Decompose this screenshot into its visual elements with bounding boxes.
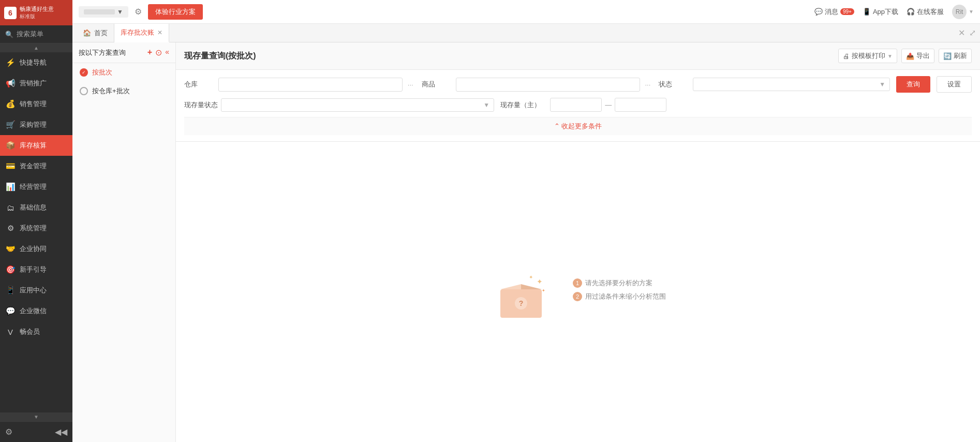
breadcrumb-arrow: ▼: [117, 8, 123, 16]
home-icon: 🏠: [83, 29, 91, 37]
status-filter: 状态 ▼: [659, 78, 890, 91]
sidebar-item-marketing[interactable]: 📢 营销推广: [0, 73, 72, 94]
sidebar-item-label: 企业微信: [20, 306, 47, 316]
tab-batch-stock[interactable]: 库存批次账 ✕: [114, 24, 169, 42]
scheme-by-batch[interactable]: ✓ 按批次: [72, 63, 175, 82]
warehouse-more-icon[interactable]: ···: [406, 81, 415, 89]
stock-status-select[interactable]: ▼: [221, 98, 494, 112]
empty-hint-1: 1 请先选择要分析的方案: [573, 278, 666, 288]
breadcrumb[interactable]: ▼: [79, 6, 128, 18]
tab-batch-stock-label: 库存批次账: [121, 28, 154, 37]
tabbar: 🏠 首页 库存批次账 ✕ ✕ ⤢: [72, 24, 980, 42]
stock-qty-filter: 现存量（主） —: [500, 98, 810, 112]
add-scheme-icon[interactable]: +: [147, 48, 152, 57]
sidebar-item-shortcuts[interactable]: ⚡ 快捷导航: [0, 52, 72, 73]
newbie-icon: 🎯: [5, 265, 16, 274]
page-header: 现存量查询(按批次) 🖨 按模板打印 ▼ 📤 导出 🔄 刷新: [176, 42, 980, 70]
sidebar-nav: ⚡ 快捷导航 📢 营销推广 💰 销售管理 🛒 采购管理 📦 库存核算 💳 资金管…: [0, 52, 72, 412]
tab-close-icon[interactable]: ✕: [157, 29, 162, 36]
sidebar-item-purchase[interactable]: 🛒 采购管理: [0, 114, 72, 135]
customer-service-button[interactable]: 🎧 在线客服: [907, 7, 944, 17]
filter-settings-button[interactable]: 设置: [937, 76, 972, 93]
topbar-settings-icon[interactable]: ⚙: [132, 5, 144, 19]
filter-row-2: 现存量状态 ▼ 现存量（主） —: [184, 98, 972, 112]
refresh-icon: 🔄: [943, 52, 952, 60]
empty-hint-2: 2 用过滤条件来缩小分析范围: [573, 292, 666, 301]
sidebar-item-sales[interactable]: 💰 销售管理: [0, 94, 72, 114]
topbar: ▼ ⚙ 体验行业方案 💬 消息 99+ 📱 App下载 🎧 在线客服 Rit: [72, 0, 980, 24]
user-avatar[interactable]: Rit ▼: [952, 5, 974, 19]
print-template-button[interactable]: 🖨 按模板打印 ▼: [838, 49, 897, 63]
member-icon: V: [5, 328, 16, 336]
sidebar-item-apps[interactable]: 📱 应用中心: [0, 280, 72, 301]
panel-maximize-icon[interactable]: ⤢: [969, 28, 976, 38]
filter-area: 仓库 ··· 商品 ··· 状态 ▼: [176, 70, 980, 142]
stock-status-label: 现存量状态: [184, 100, 218, 110]
collapse-more-conditions[interactable]: ⌃ 收起更多条件: [184, 117, 972, 135]
operations-icon: 📊: [5, 182, 16, 191]
sidebar-item-operations[interactable]: 📊 经营管理: [0, 176, 72, 197]
sidebar-settings-icon[interactable]: ⚙: [5, 427, 12, 437]
warehouse-input[interactable]: [218, 78, 403, 92]
export-button[interactable]: 📤 导出: [901, 49, 934, 63]
sidebar-scroll-up[interactable]: ▲: [0, 43, 72, 52]
sidebar-scroll-down[interactable]: ▼: [0, 412, 72, 421]
tab-home[interactable]: 🏠 首页: [77, 24, 114, 42]
print-icon: 🖨: [843, 52, 850, 60]
warehouse-filter: 仓库 ···: [184, 78, 415, 92]
sidebar-item-label: 销售管理: [20, 99, 47, 109]
refresh-button[interactable]: 🔄 刷新: [939, 49, 972, 63]
search-menu[interactable]: 🔍 搜索菜单: [0, 25, 72, 43]
product-label: 商品: [422, 80, 453, 89]
app-edition: 标准版: [20, 13, 54, 20]
product-more-icon[interactable]: ···: [643, 81, 653, 89]
hint-2-num: 2: [573, 292, 582, 301]
panel-close-icon[interactable]: ✕: [958, 28, 965, 38]
topbar-right: 💬 消息 99+ 📱 App下载 🎧 在线客服 Rit ▼: [814, 5, 974, 19]
empty-illustration: ? ✦ ✦ ✦: [490, 261, 552, 323]
product-input[interactable]: [456, 78, 640, 92]
filter-row-1: 仓库 ··· 商品 ··· 状态 ▼: [184, 76, 972, 93]
message-button[interactable]: 💬 消息 99+: [814, 7, 854, 17]
status-select[interactable]: ▼: [693, 78, 890, 91]
sidebar-item-basic[interactable]: 🗂 基础信息: [0, 197, 72, 218]
basic-icon: 🗂: [5, 203, 16, 212]
sidebar-item-newbie[interactable]: 🎯 新手引导: [0, 259, 72, 280]
sales-icon: 💰: [5, 99, 16, 109]
sidebar-item-collab[interactable]: 🤝 企业协同: [0, 239, 72, 259]
left-panel-actions: + ⊙ «: [147, 48, 169, 57]
breadcrumb-text: [84, 9, 115, 14]
inactive-dot-icon: [80, 87, 88, 95]
collapse-panel-icon[interactable]: «: [165, 48, 169, 57]
sidebar-item-system[interactable]: ⚙ 系统管理: [0, 218, 72, 239]
sidebar-item-inventory[interactable]: 📦 库存核算: [0, 135, 72, 156]
sidebar-item-label: 企业协同: [20, 244, 47, 254]
sidebar-item-finance[interactable]: 💳 资金管理: [0, 156, 72, 176]
collapse-arrow-icon: ⌃: [554, 122, 560, 130]
app-logo: 6: [4, 7, 17, 19]
sidebar-item-wechat[interactable]: 💬 企业微信: [0, 301, 72, 321]
scheme-by-warehouse-batch[interactable]: 按仓库+批次: [72, 82, 175, 100]
sidebar-item-label: 基础信息: [20, 203, 47, 212]
query-button[interactable]: 查询: [896, 76, 930, 93]
trial-button[interactable]: 体验行业方案: [148, 4, 203, 20]
sidebar-collapse-icon[interactable]: ◀◀: [55, 427, 67, 437]
message-icon: 💬: [814, 8, 823, 16]
stock-status-filter: 现存量状态 ▼: [184, 98, 494, 112]
avatar-initials: Rit: [956, 8, 963, 16]
empty-hint-text: 1 请先选择要分析的方案 2 用过滤条件来缩小分析范围: [573, 278, 666, 305]
sidebar-item-member[interactable]: V 畅会员: [0, 321, 72, 342]
shortcuts-icon: ⚡: [5, 58, 16, 67]
purchase-icon: 🛒: [5, 120, 16, 129]
sidebar-header: 6 畅康通好生意 标准版: [0, 0, 72, 25]
svg-text:✦: ✦: [542, 288, 545, 293]
empty-svg: ? ✦ ✦ ✦: [490, 261, 552, 323]
right-panel: 现存量查询(按批次) 🖨 按模板打印 ▼ 📤 导出 🔄 刷新: [176, 42, 980, 442]
status-dropdown-icon: ▼: [879, 81, 885, 88]
stock-qty-label: 现存量（主）: [500, 100, 547, 110]
stock-qty-min-input[interactable]: [550, 98, 602, 112]
stock-qty-max-input[interactable]: [615, 98, 666, 112]
settings-scheme-icon[interactable]: ⊙: [155, 48, 162, 57]
app-download-button[interactable]: 📱 App下载: [863, 7, 898, 17]
stock-status-dropdown-icon: ▼: [483, 101, 489, 109]
